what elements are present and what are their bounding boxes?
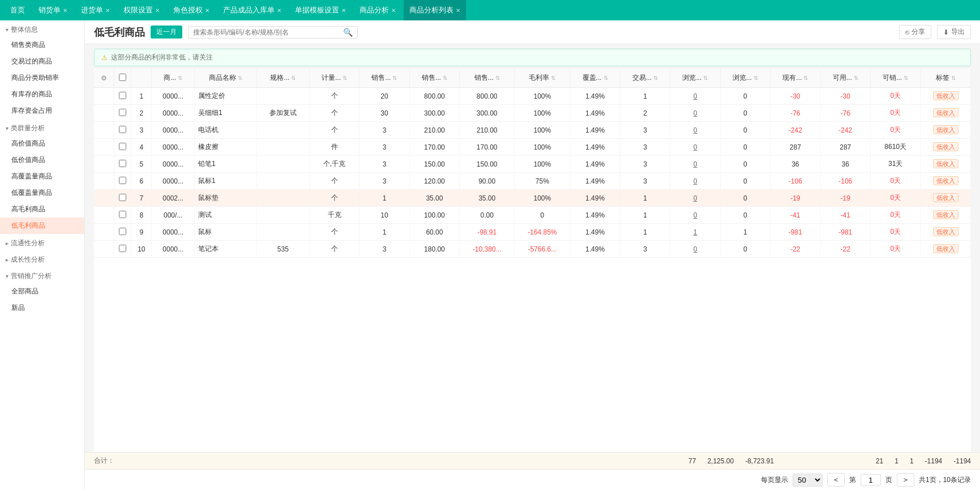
row-name-9[interactable]: 笔记本 xyxy=(195,241,257,258)
row-check-8[interactable] xyxy=(114,224,131,241)
nav-template-settings[interactable]: 单据模板设置 ✕ xyxy=(289,0,352,20)
col-gross-rate[interactable]: 毛利率⇅ xyxy=(515,69,570,88)
sidebar-item-high-coverage[interactable]: 高覆盖量商品 xyxy=(0,168,84,185)
row-checkbox-0[interactable] xyxy=(119,92,126,99)
row-browse1-7[interactable]: 0 xyxy=(670,207,720,224)
sort-name-icon[interactable]: ⇅ xyxy=(238,75,242,81)
sidebar-group-cluster[interactable]: ▾ 类群量分析 xyxy=(0,119,84,135)
sort-sales-amount-icon[interactable]: ⇅ xyxy=(495,75,500,81)
sort-sales-qty-icon[interactable]: ⇅ xyxy=(392,75,397,81)
row-browse1-6[interactable]: 0 xyxy=(670,190,720,207)
sort-tag-icon[interactable]: ⇅ xyxy=(951,75,956,81)
sidebar-item-stocked-goods[interactable]: 有库存的商品 xyxy=(0,86,84,103)
row-check-5[interactable] xyxy=(114,173,131,190)
sidebar-item-high-profit[interactable]: 高毛利商品 xyxy=(0,201,84,218)
col-unit[interactable]: 计量...⇅ xyxy=(309,69,359,88)
col-tag[interactable]: 标签⇅ xyxy=(921,69,971,88)
col-current[interactable]: 现有...⇅ xyxy=(771,69,820,88)
col-name[interactable]: 商品名称⇅ xyxy=(195,69,257,88)
sort-current-icon[interactable]: ⇅ xyxy=(803,75,808,81)
nav-analysis-list[interactable]: 商品分析列表 ✕ xyxy=(404,0,466,20)
search-input[interactable] xyxy=(193,28,343,36)
col-settings[interactable]: ⚙ xyxy=(94,69,114,88)
nav-product-analysis[interactable]: 商品分析 ✕ xyxy=(354,0,401,20)
row-browse1-4[interactable]: 0 xyxy=(670,156,720,173)
row-name-4[interactable]: 铅笔1 xyxy=(195,156,257,173)
col-trade[interactable]: 交易...⇅ xyxy=(620,69,670,88)
sidebar-group-growth[interactable]: ▸ 成长性分析 xyxy=(0,250,84,267)
row-checkbox-3[interactable] xyxy=(119,143,126,150)
sidebar-group-overview[interactable]: ▾ 整体信息 xyxy=(0,20,84,37)
sidebar-item-traded-goods[interactable]: 交易过的商品 xyxy=(0,53,84,70)
close-purchase-icon[interactable]: ✕ xyxy=(105,7,110,14)
row-check-9[interactable] xyxy=(114,241,131,258)
row-check-3[interactable] xyxy=(114,139,131,156)
sidebar-item-sales-goods[interactable]: 销售类商品 xyxy=(0,37,84,53)
row-checkbox-6[interactable] xyxy=(119,194,126,201)
nav-home[interactable]: 首页 xyxy=(5,0,31,20)
nav-permissions[interactable]: 权限设置 ✕ xyxy=(118,0,165,20)
row-name-0[interactable]: 属性定价 xyxy=(195,88,257,105)
row-check-0[interactable] xyxy=(114,88,131,105)
search-icon[interactable]: 🔍 xyxy=(343,28,353,37)
sidebar-item-low-value[interactable]: 低价值商品 xyxy=(0,152,84,168)
close-analysis-icon[interactable]: ✕ xyxy=(391,7,396,14)
sort-saleable-icon[interactable]: ⇅ xyxy=(904,75,908,81)
col-sales-amount[interactable]: 销售...⇅ xyxy=(460,69,515,88)
row-checkbox-9[interactable] xyxy=(119,245,126,252)
sort-browse1-icon[interactable]: ⇅ xyxy=(703,75,708,81)
row-browse1-8[interactable]: 1 xyxy=(670,224,720,241)
row-name-6[interactable]: 鼠标垫 xyxy=(195,190,257,207)
col-browse1[interactable]: 浏览...⇅ xyxy=(670,69,720,88)
row-checkbox-1[interactable] xyxy=(119,109,126,116)
close-analysis-list-icon[interactable]: ✕ xyxy=(456,7,460,14)
col-available[interactable]: 可用...⇅ xyxy=(820,69,870,88)
col-code[interactable]: 商...⇅ xyxy=(152,69,195,88)
row-name-5[interactable]: 鼠标1 xyxy=(195,173,257,190)
col-spec[interactable]: 规格...⇅ xyxy=(256,69,309,88)
row-check-4[interactable] xyxy=(114,156,131,173)
row-checkbox-7[interactable] xyxy=(119,211,126,218)
page-number-input[interactable] xyxy=(861,474,881,486)
close-template-icon[interactable]: ✕ xyxy=(341,7,346,14)
row-name-1[interactable]: 吴细细1 xyxy=(195,105,257,122)
row-name-2[interactable]: 电话机 xyxy=(195,122,257,139)
row-check-1[interactable] xyxy=(114,105,131,122)
prev-page-button[interactable]: ＜ xyxy=(827,473,845,487)
select-all-checkbox[interactable] xyxy=(119,74,126,81)
row-checkbox-2[interactable] xyxy=(119,126,126,133)
row-browse1-5[interactable]: 0 xyxy=(670,173,720,190)
nav-sales[interactable]: 销货单 ✕ xyxy=(33,0,73,20)
sort-unit-icon[interactable]: ⇅ xyxy=(343,75,347,81)
row-browse1-1[interactable]: 0 xyxy=(670,105,720,122)
sidebar-item-low-coverage[interactable]: 低覆盖量商品 xyxy=(0,185,84,201)
sidebar-item-all-goods[interactable]: 全部商品 xyxy=(0,283,84,300)
sidebar-item-category-rate[interactable]: 商品分类助销率 xyxy=(0,70,84,86)
row-browse1-3[interactable]: 0 xyxy=(670,139,720,156)
row-checkbox-8[interactable] xyxy=(119,228,126,235)
export-button[interactable]: ⬇ 导出 xyxy=(937,25,971,39)
sort-spec-icon[interactable]: ⇅ xyxy=(291,75,296,81)
share-button[interactable]: ⎋ 分享 xyxy=(899,25,931,39)
sidebar-item-high-value[interactable]: 高价值商品 xyxy=(0,135,84,152)
sidebar-item-stock-capital[interactable]: 库存资金占用 xyxy=(0,103,84,119)
row-browse1-2[interactable]: 0 xyxy=(670,122,720,139)
nav-purchase[interactable]: 进货单 ✕ xyxy=(75,0,115,20)
sort-browse2-icon[interactable]: ⇅ xyxy=(754,75,758,81)
col-coverage[interactable]: 覆盖...⇅ xyxy=(570,69,620,88)
col-sales-price[interactable]: 销售...⇅ xyxy=(409,69,459,88)
close-sales-icon[interactable]: ✕ xyxy=(63,7,67,14)
sidebar-item-low-profit[interactable]: 低毛利商品 xyxy=(0,218,84,234)
per-page-select[interactable]: 50 100 200 xyxy=(793,474,823,487)
sort-gross-rate-icon[interactable]: ⇅ xyxy=(551,75,555,81)
sort-code-icon[interactable]: ⇅ xyxy=(178,75,182,81)
sidebar-group-circulation[interactable]: ▸ 流通性分析 xyxy=(0,234,84,250)
close-role-auth-icon[interactable]: ✕ xyxy=(205,7,209,14)
row-checkbox-4[interactable] xyxy=(119,160,126,167)
row-checkbox-5[interactable] xyxy=(119,177,126,184)
sort-coverage-icon[interactable]: ⇅ xyxy=(604,75,608,81)
row-browse1-9[interactable]: 0 xyxy=(670,241,720,258)
sidebar-item-new-goods[interactable]: 新品 xyxy=(0,300,84,316)
time-filter-button[interactable]: 近一月 xyxy=(151,25,182,39)
sort-available-icon[interactable]: ⇅ xyxy=(854,75,858,81)
